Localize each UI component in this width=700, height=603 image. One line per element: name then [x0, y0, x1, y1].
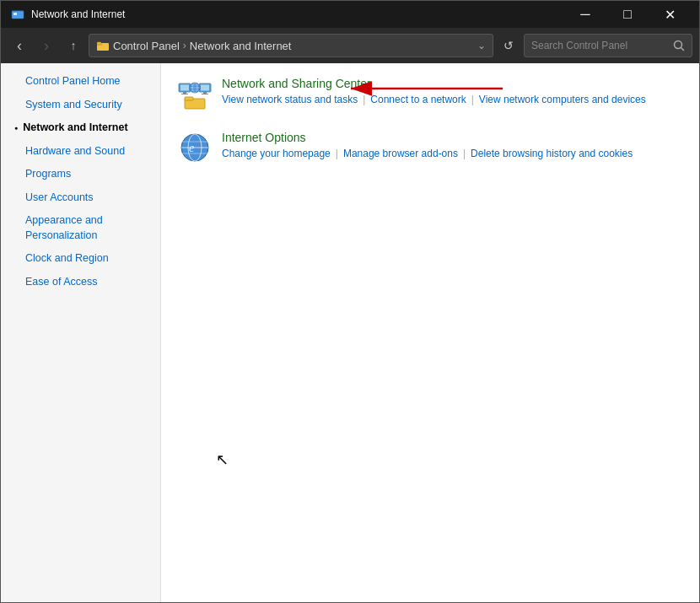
- address-chevron[interactable]: ⌄: [477, 40, 486, 51]
- manage-addons-link[interactable]: Manage browser add-ons: [343, 148, 458, 159]
- sidebar-item-network-internet: Network and Internet: [1, 116, 160, 140]
- window-title: Network and Internet: [31, 8, 566, 20]
- minimize-button[interactable]: ─: [566, 1, 605, 28]
- sidebar-item-clock-region[interactable]: Clock and Region: [1, 247, 160, 271]
- svg-rect-11: [181, 94, 188, 94]
- forward-button[interactable]: ›: [35, 34, 58, 57]
- svg-line-7: [681, 48, 685, 51]
- sidebar-item-system-security[interactable]: System and Security: [1, 94, 160, 117]
- up-button[interactable]: ↑: [62, 34, 85, 57]
- svg-rect-9: [180, 85, 189, 91]
- change-homepage-link[interactable]: Change your homepage: [222, 148, 331, 159]
- internet-options-section: e Internet Options Change your homepage …: [178, 131, 682, 164]
- close-button[interactable]: ✕: [650, 1, 689, 28]
- path-control-panel[interactable]: Control Panel: [113, 40, 180, 52]
- path-network-internet[interactable]: Network and Internet: [190, 40, 292, 52]
- svg-rect-24: [185, 97, 193, 100]
- internet-options-info: Internet Options Change your homepage | …: [222, 131, 682, 159]
- back-button[interactable]: ‹: [8, 34, 31, 57]
- address-box[interactable]: Control Panel › Network and Internet ⌄: [89, 34, 493, 57]
- internet-options-icon: e: [178, 131, 212, 164]
- search-icon: [673, 40, 685, 51]
- search-box[interactable]: [524, 34, 692, 57]
- svg-rect-13: [201, 85, 209, 91]
- network-sharing-links: View network status and tasks | Connect …: [222, 94, 682, 105]
- addressbar: ‹ › ↑ Control Panel › Network and Intern…: [1, 28, 699, 63]
- maximize-button[interactable]: □: [608, 1, 647, 28]
- internet-options-links: Change your homepage | Manage browser ad…: [222, 148, 682, 159]
- network-sharing-icon: [178, 77, 212, 110]
- window-icon: [11, 8, 24, 21]
- sidebar-item-appearance-personalization[interactable]: Appearance and Personalization: [1, 209, 160, 247]
- svg-rect-1: [13, 13, 17, 15]
- network-sharing-section: Network and Sharing Center View network …: [178, 77, 682, 110]
- connect-network-link[interactable]: Connect to a network: [370, 94, 466, 105]
- network-icon-svg: [178, 77, 212, 110]
- view-network-link[interactable]: View network status and tasks: [222, 94, 358, 105]
- address-icon: [96, 39, 110, 52]
- sidebar-item-control-panel-home[interactable]: Control Panel Home: [1, 70, 160, 94]
- search-input[interactable]: [531, 40, 668, 51]
- internet-icon-svg: e: [178, 131, 212, 164]
- network-sharing-title[interactable]: Network and Sharing Center: [222, 77, 371, 90]
- mouse-cursor: ↖: [216, 450, 229, 469]
- sidebar: Control Panel Home System and Security N…: [1, 63, 161, 602]
- svg-rect-15: [202, 94, 208, 94]
- svg-rect-10: [183, 92, 186, 94]
- svg-rect-14: [203, 92, 207, 94]
- internet-options-title[interactable]: Internet Options: [222, 131, 306, 144]
- sidebar-item-programs[interactable]: Programs: [1, 163, 160, 186]
- svg-text:e: e: [189, 142, 194, 154]
- refresh-button[interactable]: ↺: [497, 34, 520, 57]
- titlebar: Network and Internet ─ □ ✕: [1, 1, 699, 28]
- sidebar-item-user-accounts[interactable]: User Accounts: [1, 186, 160, 210]
- main-area: Control Panel Home System and Security N…: [1, 63, 699, 602]
- sidebar-item-hardware-sound[interactable]: Hardware and Sound: [1, 140, 160, 164]
- address-path: Control Panel › Network and Internet: [113, 40, 291, 52]
- view-computers-link[interactable]: View network computers and devices: [479, 94, 646, 105]
- svg-point-6: [675, 41, 682, 49]
- network-sharing-info: Network and Sharing Center View network …: [222, 77, 682, 105]
- delete-history-link[interactable]: Delete browsing history and cookies: [471, 148, 633, 159]
- window-controls: ─ □ ✕: [566, 1, 689, 28]
- svg-rect-5: [97, 42, 101, 44]
- sidebar-item-ease-access[interactable]: Ease of Access: [1, 271, 160, 294]
- content-area: Network and Sharing Center View network …: [161, 63, 699, 602]
